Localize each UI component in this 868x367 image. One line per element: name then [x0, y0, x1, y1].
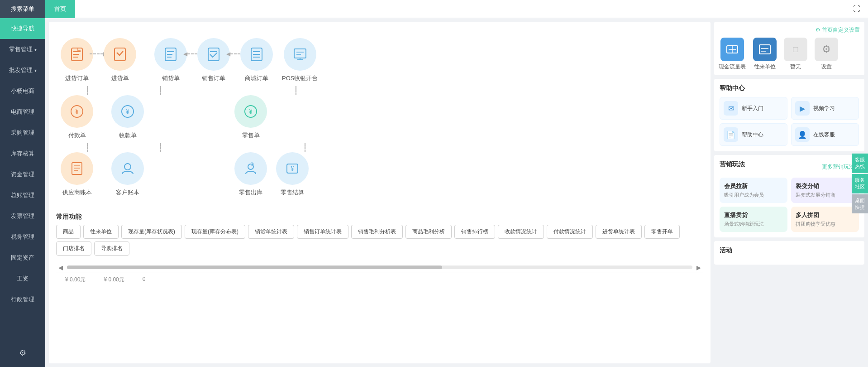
- func-button[interactable]: 销货单统计表: [248, 225, 294, 239]
- flow-node-retail-settle[interactable]: ¥ 零售结算: [276, 152, 309, 197]
- func-button[interactable]: 付款情况统计: [547, 225, 593, 239]
- help-item-video[interactable]: ▶ 视频学习: [791, 97, 859, 120]
- scroll-left-btn[interactable]: ◀: [56, 263, 65, 272]
- func-button[interactable]: 门店排名: [56, 241, 91, 256]
- flow-node-purchase-order[interactable]: 进货订单: [61, 38, 93, 82]
- sidebar-item-assets[interactable]: 固定资产: [0, 247, 45, 268]
- flow-node-customer-ledger[interactable]: 客户账本: [111, 152, 144, 197]
- activity-panel: 活动: [714, 241, 864, 265]
- scroll-bar: ◀ ▶: [56, 263, 703, 272]
- customer-service-icon: 👤: [795, 127, 810, 142]
- func-buttons-grid: 商品往来单位现存量(库存状况表)现存量(库存分布表)销货单统计表销售订单统计表销…: [56, 225, 703, 256]
- func-button[interactable]: 进货单统计表: [596, 225, 642, 239]
- flow-node-sales-order[interactable]: 销售订单: [197, 38, 230, 82]
- sales-icon: [154, 38, 187, 71]
- func-button[interactable]: 商品毛利分析: [405, 225, 452, 239]
- scroll-track[interactable]: [67, 266, 692, 269]
- float-btn-desktop[interactable]: 桌面快捷: [852, 194, 868, 213]
- sidebar-item-retail[interactable]: 零售管理 ▾: [0, 39, 45, 60]
- help-center-title: 帮助中心: [720, 84, 859, 92]
- help-item-help[interactable]: 📄 帮助中心: [720, 123, 787, 146]
- svg-rect-9: [208, 48, 219, 61]
- sidebar-item-ledger[interactable]: 总账管理: [0, 185, 45, 206]
- flow-node-supplier-ledger[interactable]: 供应商账本: [61, 152, 93, 197]
- payment-icon: ¥: [61, 95, 93, 128]
- marketing-item-fission[interactable]: 裂变分销 裂变式发展分销商: [791, 178, 859, 203]
- marketing-item-member[interactable]: 会员拉新 吸引用户成为会员: [720, 178, 787, 203]
- func-button[interactable]: 销售订单统计表: [297, 225, 348, 239]
- svg-point-31: [124, 164, 131, 170]
- flow-node-mall-order[interactable]: 商城订单: [240, 38, 273, 82]
- retail-out-icon: [234, 152, 267, 185]
- help-item-customer-service[interactable]: 👤 在线客服: [791, 123, 859, 146]
- func-button[interactable]: 零售开单: [644, 225, 680, 239]
- sidebar-item-salary[interactable]: 工资: [0, 268, 45, 289]
- quick-icon-settings[interactable]: ⚙ 设置: [815, 38, 838, 71]
- svg-rect-27: [72, 163, 82, 174]
- func-button[interactable]: 销售排行榜: [454, 225, 495, 239]
- video-label: 视频学习: [813, 105, 835, 112]
- float-btn-hotline[interactable]: 客服热线: [852, 154, 868, 173]
- cashflow-label: 现金流量表: [719, 63, 746, 71]
- flow-node-pos[interactable]: POS收银开台: [282, 38, 318, 82]
- svg-text:¥: ¥: [249, 107, 253, 115]
- customize-link[interactable]: ⚙ 首页自定义设置: [719, 26, 860, 34]
- none-label: 暂无: [790, 63, 801, 71]
- marketing-item-live[interactable]: 直播卖货 场景式购物新玩法: [720, 207, 787, 232]
- flow-node-receipt[interactable]: ¥ 收款单: [111, 95, 144, 140]
- settings-gear-icon[interactable]: ⚙: [0, 343, 45, 362]
- help-item-beginner[interactable]: ✉ 新手入门: [720, 97, 787, 120]
- float-btn-community[interactable]: 服务社区: [852, 174, 868, 193]
- flow-node-retail[interactable]: ¥ 零售单: [234, 95, 267, 140]
- flow-node-payment[interactable]: ¥ 付款单: [61, 95, 93, 140]
- mall-order-icon: [240, 38, 273, 71]
- beginner-label: 新手入门: [742, 105, 763, 112]
- func-button[interactable]: 销售毛利分析表: [351, 225, 403, 239]
- activity-title: 活动: [720, 246, 859, 255]
- func-button[interactable]: 现存量(库存状况表): [121, 225, 182, 239]
- sidebar-item-admin[interactable]: 行政管理: [0, 289, 45, 310]
- quick-icon-cashflow[interactable]: 现金流量表: [719, 38, 746, 71]
- stat-2: ¥ 0.00元: [104, 276, 124, 284]
- sidebar-item-inventory[interactable]: 库存核算: [0, 143, 45, 164]
- sidebar-item-invoice[interactable]: 发票管理: [0, 206, 45, 227]
- func-button[interactable]: 收款情况统计: [498, 225, 544, 239]
- fullscreen-button[interactable]: ⛶: [850, 2, 863, 16]
- settings-icon: ⚙: [815, 38, 838, 61]
- sidebar-item-xiaochang[interactable]: 小畅电商: [0, 81, 45, 101]
- sales-order-icon: [197, 38, 230, 71]
- flow-node-purchase[interactable]: 进货单: [104, 38, 136, 82]
- settings-label: 设置: [821, 63, 832, 71]
- sidebar-item-purchase[interactable]: 采购管理: [0, 122, 45, 143]
- func-button[interactable]: 商品: [56, 225, 81, 239]
- flow-node-retail-out[interactable]: 零售出库: [234, 152, 267, 197]
- func-button[interactable]: 现存量(库存分布表): [185, 225, 245, 239]
- flow-node-sales[interactable]: 销货单: [154, 38, 187, 82]
- sidebar-item-finance[interactable]: 资金管理: [0, 164, 45, 185]
- sidebar-item-wholesale[interactable]: 批发管理 ▾: [0, 60, 45, 81]
- svg-text:¥: ¥: [291, 165, 294, 172]
- bottom-stats: ¥ 0.00元 ¥ 0.00元 0: [56, 272, 703, 287]
- customer-ledger-icon: [111, 152, 144, 185]
- sidebar-item-quick-nav[interactable]: 快捷导航: [0, 18, 45, 39]
- sidebar-item-ecommerce[interactable]: 电商管理: [0, 101, 45, 122]
- chevron-down-icon: ▾: [34, 68, 37, 73]
- svg-text:¥: ¥: [75, 107, 79, 115]
- help-grid: ✉ 新手入门 ▶ 视频学习 📄 帮助中心 👤 在线客服: [720, 97, 859, 146]
- scroll-thumb: [67, 266, 442, 269]
- search-menu[interactable]: 搜索菜单: [0, 0, 45, 18]
- marketing-item-group[interactable]: 多人拼团 拼团购物享受优惠: [791, 207, 859, 232]
- func-button[interactable]: 往来单位: [83, 225, 119, 239]
- partner-label: 往来单位: [754, 63, 776, 71]
- scroll-right-btn[interactable]: ▶: [694, 263, 703, 272]
- sidebar-item-tax[interactable]: 税务管理: [0, 227, 45, 247]
- quick-icons-row: 现金流量表 往来单位 □ 暂无: [719, 38, 860, 71]
- quick-icon-partner[interactable]: 往来单位: [753, 38, 777, 71]
- stat-3: 0: [143, 276, 146, 284]
- quick-icon-none[interactable]: □ 暂无: [784, 38, 807, 71]
- live-desc: 场景式购物新玩法: [724, 221, 783, 227]
- func-button[interactable]: 导购排名: [94, 241, 129, 256]
- chevron-down-icon: ▾: [34, 47, 37, 52]
- home-tab[interactable]: 首页: [45, 0, 75, 18]
- stat-1: ¥ 0.00元: [65, 276, 86, 284]
